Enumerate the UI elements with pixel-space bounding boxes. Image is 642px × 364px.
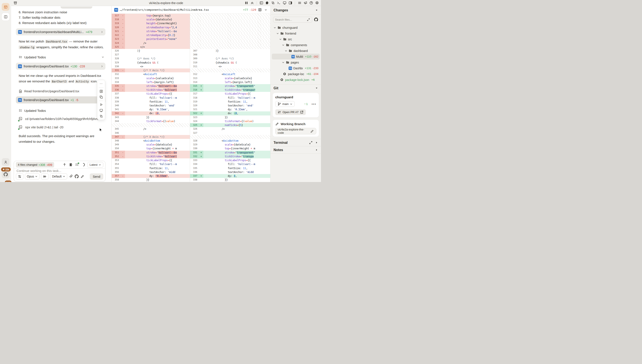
terminal-prompt-icon[interactable]: [277, 1, 281, 5]
search-input[interactable]: Search files...: [273, 17, 312, 22]
play-icon[interactable]: [99, 102, 103, 107]
git-section-header[interactable]: Git: [271, 84, 321, 92]
file-name: MultiLineArea.tsx: [296, 55, 303, 58]
notes-section-header[interactable]: Notes: [271, 146, 321, 154]
message-input[interactable]: Continue working on this task...: [14, 169, 105, 173]
archive-icon[interactable]: [13, 1, 17, 5]
github-icon: [4, 172, 8, 176]
collapse-up-icon[interactable]: [250, 1, 254, 5]
terminal-command-row[interactable]: cd /private/var/folders/10/h7w0q46556ggr…: [19, 116, 106, 122]
tree-item-src[interactable]: src: [272, 36, 320, 42]
z-diff-icon[interactable]: [99, 89, 103, 93]
top-bar: vk/4e2a-explore-the-code: [11, 0, 321, 6]
todo-list-line: 8. Remove redundant axis labels (x/y lab…: [19, 20, 106, 26]
rail-item-board[interactable]: [2, 13, 10, 20]
monitor-icon[interactable]: [283, 1, 286, 5]
diff-row: 348 <AxisBottom328 <AxisBottom: [112, 139, 270, 143]
diff-body[interactable]: 317- top={margin.top}318- scale={dateSca…: [112, 14, 270, 182]
files-changed-pill[interactable]: 4 files changed +308 -499: [16, 162, 54, 168]
file-name: frontend: [285, 32, 296, 35]
panel-left-icon[interactable]: [259, 1, 263, 5]
rail-item-account[interactable]: [2, 158, 10, 166]
latest-dropdown[interactable]: Latest: [87, 162, 103, 168]
git-compare-icon[interactable]: [99, 114, 103, 118]
dots-icon[interactable]: [99, 82, 103, 86]
scroll-up-icon[interactable]: [63, 163, 67, 167]
diff-row: 325+ numTicks={5}: [112, 123, 270, 127]
diff-row: 332 <AxisLeft312 <AxisLeft: [112, 72, 270, 76]
separator: [99, 87, 104, 88]
todos-icon[interactable]: [75, 163, 79, 167]
send-button[interactable]: Send: [90, 174, 103, 180]
tree-item-pages[interactable]: pages: [272, 60, 320, 65]
input-placeholder: Continue working on this task...: [17, 169, 61, 172]
diff-row: 320- strokeDasharray="2,4: [112, 26, 270, 30]
pen-icon[interactable]: [80, 174, 85, 178]
chevron-down-icon[interactable]: [264, 8, 268, 12]
rail-item-github[interactable]: [2, 170, 10, 178]
mode-dropdown[interactable]: Default: [50, 174, 67, 180]
tree-item-multilinearea-tsx[interactable]: TSMultiLineArea.tsx+110-162: [272, 54, 320, 60]
tree-item-frontend[interactable]: frontend: [272, 30, 320, 36]
diff-row: 325- </>: [112, 45, 270, 49]
triangle-down-icon: [315, 9, 318, 12]
folder-icon: [289, 49, 292, 52]
git-compare-icon[interactable]: [271, 1, 275, 5]
spark-icon[interactable]: [69, 163, 73, 167]
tree-item-churnguard[interactable]: churnguard: [272, 25, 320, 30]
updated-todos-row[interactable]: Updated Todos: [19, 54, 106, 60]
gear-icon[interactable]: [315, 1, 319, 5]
terminal-section-header[interactable]: Terminal: [271, 139, 321, 146]
panel-right-icon[interactable]: [288, 1, 292, 5]
collapse-tree-icon[interactable]: [307, 18, 310, 22]
copy-icon[interactable]: [99, 95, 103, 99]
tree-item-dashboard[interactable]: dashboard: [272, 48, 320, 54]
diff-view-icon[interactable]: [258, 8, 262, 12]
tree-item-components[interactable]: components: [272, 42, 320, 48]
folder-icon: [277, 26, 281, 30]
open-pr-button[interactable]: Open PR #7: [275, 109, 306, 115]
diff-row: 340 textAnchor: 'end'320 textAnchor: 'en…: [112, 104, 270, 108]
diff-row: 318- scale={dateScale}: [112, 18, 270, 22]
terminal-command-row[interactable]: npx vite build 2>&1 | tail -20: [19, 124, 106, 130]
chevron-down-icon: [63, 175, 65, 178]
branch-dropdown[interactable]: main: [275, 101, 295, 107]
diff-additions: +77: [243, 8, 248, 12]
diff-row: 337 tickLabelProps={{317 tickLabelProps=…: [112, 92, 270, 96]
working-branch-input[interactable]: vk/4e2a-explore-the-code: [275, 128, 316, 134]
settings-sliders-button[interactable]: [16, 174, 24, 180]
tool-call-row[interactable]: Read frontend/src/pages/Dashboard.tsx: [19, 89, 106, 94]
file-diff-chip[interactable]: TSfrontend/src/pages/Dashboard.tsx+1-5: [16, 96, 106, 104]
folder-icon: [286, 60, 289, 64]
monitor-icon[interactable]: [99, 108, 103, 112]
diff-row: 335- stroke="hsl(var(--bo315+ stroke="tr…: [112, 84, 270, 88]
file-name: package-lock.json: [285, 78, 309, 82]
file-diff-chip[interactable]: TSfrontend/src/pages/Dashboard.tsx+130-2…: [16, 63, 106, 70]
diff-row: 350 top={innerHeight + m330 top={innerHe…: [112, 146, 270, 150]
additions-count: +479: [86, 30, 92, 34]
cat-icon[interactable]: [75, 174, 79, 178]
file-diff-chip[interactable]: TSfrontend/src/components/dashboard/Mult…: [16, 28, 106, 36]
rail-item-layout[interactable]: [2, 3, 10, 11]
help-icon[interactable]: [309, 1, 313, 5]
fast-forward-button[interactable]: [41, 174, 49, 180]
edit-branch-icon[interactable]: [310, 130, 314, 133]
cat-icon[interactable]: [314, 18, 318, 22]
diff-stats: +77 -129: [243, 8, 256, 12]
tree-item-package-lock-json[interactable]: package-lock.json+6: [272, 77, 320, 83]
chat-bubble-icon[interactable]: [265, 1, 269, 5]
files-changed-label: 4 files changed: [18, 163, 37, 166]
ts-file-badge: TS: [18, 64, 22, 68]
attach-icon[interactable]: [69, 174, 73, 178]
model-dropdown[interactable]: Opus: [25, 174, 40, 180]
menu-icon[interactable]: [298, 1, 301, 5]
megaphone-icon[interactable]: [303, 1, 307, 5]
updated-todos-row[interactable]: Updated Todos: [19, 108, 106, 113]
more-options-icon[interactable]: •••: [312, 102, 316, 106]
triangle-right-icon: [315, 148, 318, 151]
tree-item-package-lock-json[interactable]: package-lock.json+61-104: [272, 71, 320, 77]
expand-icon[interactable]: [309, 141, 313, 144]
changes-header[interactable]: Changes: [271, 6, 321, 14]
pause-icon[interactable]: [244, 1, 248, 5]
tree-item-dashboard-tsx[interactable]: TSDashboard.tsx+131-233: [272, 65, 320, 71]
